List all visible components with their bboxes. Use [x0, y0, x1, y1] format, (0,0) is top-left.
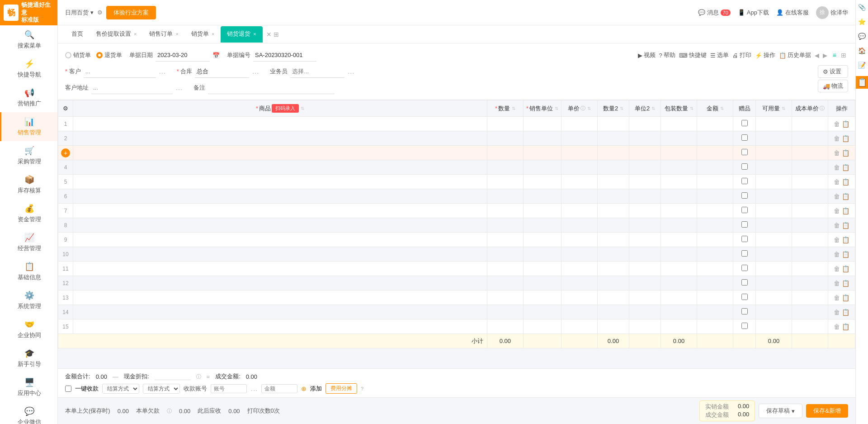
amount-cell[interactable] [697, 247, 733, 262]
pkg-sort-icon[interactable]: ⇅ [690, 106, 693, 111]
unit-cell[interactable] [523, 204, 561, 218]
qty-cell[interactable] [487, 247, 523, 262]
sidebar-item-enterprise[interactable]: 🤝 企业协同 [0, 315, 57, 344]
gift-cell[interactable] [733, 189, 756, 204]
qty2-cell[interactable] [598, 117, 629, 131]
pkg-cell[interactable] [661, 233, 697, 247]
available-cell[interactable] [756, 319, 792, 334]
unit-cell[interactable] [523, 319, 561, 334]
right-panel-icon-4[interactable]: 🏠 [858, 47, 866, 54]
copy-row-icon[interactable]: 📋 [842, 222, 849, 229]
next-record-icon[interactable]: ▶ [823, 52, 827, 59]
app-download-btn[interactable]: 📱 App下载 [738, 9, 769, 17]
available-cell[interactable] [756, 218, 792, 233]
amount-cell[interactable] [697, 117, 733, 131]
message-btn[interactable]: 💬 消息 70 [698, 9, 731, 17]
price-cell[interactable] [561, 233, 598, 247]
tab-close-sales-price[interactable]: × [134, 31, 137, 37]
product-cell[interactable] [73, 262, 487, 276]
copy-row-icon[interactable]: 📋 [842, 251, 849, 258]
price-sort-icon[interactable]: ⇅ [587, 106, 591, 111]
unit2-cell[interactable] [629, 276, 661, 291]
gift-checkbox[interactable] [741, 294, 748, 300]
unit-sort-icon[interactable]: ⇅ [555, 106, 558, 111]
gift-checkbox[interactable] [741, 120, 748, 126]
th-settings[interactable]: ⚙ [58, 100, 73, 117]
sidebar-item-finance[interactable]: 💰 资金管理 [0, 199, 57, 228]
price-cell[interactable] [561, 160, 598, 175]
video-btn[interactable]: ▶ 视频 [638, 51, 656, 59]
unit2-cell[interactable] [629, 319, 661, 334]
select-btn[interactable]: ☰ 选单 [710, 51, 729, 59]
sidebar-item-apps[interactable]: 🖥️ 应用中心 [0, 373, 57, 402]
operate-btn[interactable]: ⚡ 操作 [755, 51, 775, 59]
settings-gear-icon[interactable]: ⚙ [97, 9, 103, 16]
qty2-cell[interactable] [598, 233, 629, 247]
tab-sales-return[interactable]: 销货退货 × [221, 26, 262, 43]
available-cell[interactable] [756, 233, 792, 247]
price-cell[interactable] [561, 291, 598, 305]
amount-cell[interactable] [697, 305, 733, 319]
delete-row-icon[interactable]: 🗑 [834, 280, 840, 287]
price-cell[interactable] [561, 247, 598, 262]
unit-cell[interactable] [523, 117, 561, 131]
tab-sales-delivery[interactable]: 销货单 × [185, 26, 221, 43]
product-cell[interactable] [73, 117, 487, 131]
pkg-cell[interactable] [661, 262, 697, 276]
qty-cell[interactable] [487, 189, 523, 204]
product-cell[interactable] [73, 189, 487, 204]
address-dots[interactable]: … [175, 84, 183, 92]
product-cell[interactable] [73, 276, 487, 291]
gift-checkbox[interactable] [741, 192, 748, 199]
gift-checkbox[interactable] [741, 163, 748, 170]
copy-row-icon[interactable]: 📋 [842, 207, 849, 214]
qty-cell[interactable] [487, 319, 523, 334]
pkg-cell[interactable] [661, 291, 697, 305]
right-panel-icon-1[interactable]: 📎 [858, 4, 866, 11]
calc-method-select[interactable]: 结算方式 [143, 384, 180, 394]
copy-row-icon[interactable]: 📋 [842, 149, 849, 157]
gift-checkbox[interactable] [741, 308, 748, 314]
right-panel-active-icon[interactable]: 📋 [856, 76, 868, 89]
qty-cell[interactable] [487, 204, 523, 218]
delete-row-icon[interactable]: 🗑 [834, 222, 840, 229]
unit-cell[interactable] [523, 146, 561, 160]
price-cell[interactable] [561, 117, 598, 131]
table-settings-icon[interactable]: ⚙ [63, 105, 68, 112]
price-cell[interactable] [561, 189, 598, 204]
qty2-cell[interactable] [598, 305, 629, 319]
amount-cell[interactable] [697, 262, 733, 276]
gift-cell[interactable] [733, 218, 756, 233]
pkg-cell[interactable] [661, 146, 697, 160]
unit2-cell[interactable] [629, 146, 661, 160]
pkg-cell[interactable] [661, 204, 697, 218]
settings-side-btn[interactable]: ⚙ 设置 [818, 65, 848, 78]
amount-cell[interactable] [697, 175, 733, 189]
gift-checkbox[interactable] [741, 236, 748, 242]
available-cell[interactable] [756, 160, 792, 175]
amount-cell[interactable] [697, 204, 733, 218]
right-panel-icon-3[interactable]: 💬 [858, 33, 866, 40]
price-cell[interactable] [561, 262, 598, 276]
address-input[interactable] [91, 81, 173, 94]
gift-checkbox[interactable] [741, 279, 748, 286]
sidebar-item-marketing[interactable]: 📢 营销推广 [0, 83, 57, 112]
available-cell[interactable] [756, 146, 792, 160]
delete-row-icon[interactable]: 🗑 [834, 236, 840, 243]
gift-cell[interactable] [733, 319, 756, 334]
order-no-input[interactable] [253, 49, 316, 62]
price-cell[interactable] [561, 319, 598, 334]
price-cell[interactable] [561, 305, 598, 319]
amount-cell[interactable] [697, 276, 733, 291]
amount-cell[interactable] [697, 146, 733, 160]
delete-row-icon[interactable]: 🗑 [834, 149, 840, 157]
gift-cell[interactable] [733, 262, 756, 276]
price-cell[interactable] [561, 218, 598, 233]
qty-cell[interactable] [487, 131, 523, 146]
customer-input[interactable] [84, 65, 156, 78]
price-cell[interactable] [561, 276, 598, 291]
product-cell[interactable] [73, 247, 487, 262]
amount-cell[interactable] [697, 319, 733, 334]
amount-cell[interactable] [697, 233, 733, 247]
gift-checkbox[interactable] [741, 207, 748, 213]
